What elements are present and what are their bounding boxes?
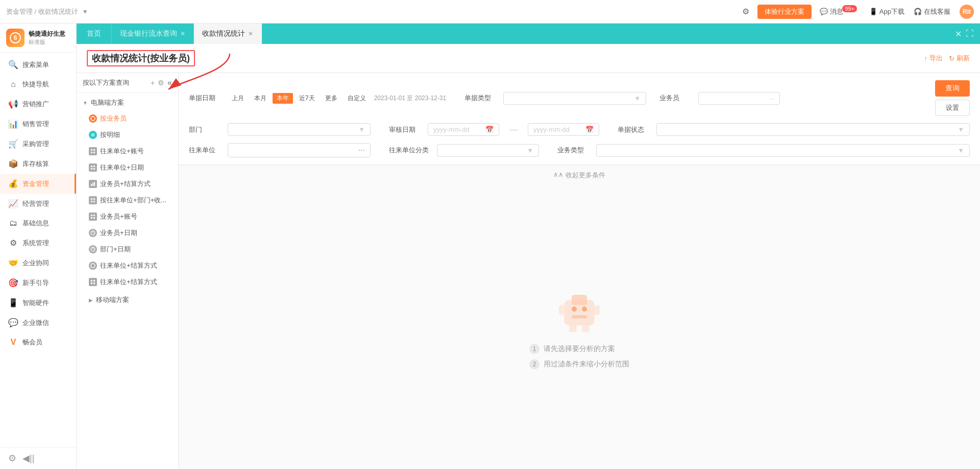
export-button[interactable]: ↑ 导出 (924, 54, 943, 63)
sidebar: 6 畅捷通好生意 标准版 🔍 搜索菜单 ⌂ 快捷导航 📢 (0, 24, 77, 469)
panel-item-by-salesman[interactable]: 按业务员 (77, 110, 178, 127)
salesman-select[interactable]: ··· (698, 92, 780, 105)
salesman-more-icon[interactable]: ··· (769, 95, 774, 102)
mobile-group-arrow: ▶ (89, 297, 93, 303)
tab-home[interactable]: 首页 (77, 24, 112, 44)
svg-rect-10 (91, 166, 92, 167)
date-tab-this-month[interactable]: 本月 (250, 93, 271, 104)
sidebar-item-operation[interactable]: 📈 经营管理 (0, 194, 76, 214)
tab-close-all-icon[interactable]: ✕ (955, 29, 962, 39)
panel-add-icon[interactable]: + (151, 79, 155, 87)
tab-bank-flow[interactable]: 现金银行流水查询 ✕ (112, 24, 194, 44)
svg-text:6: 6 (14, 34, 17, 41)
finance-icon: 💰 (8, 179, 18, 189)
counterpart-select[interactable]: ··· (228, 143, 371, 157)
logo-text: 畅捷通好生意 标准版 (29, 30, 65, 46)
tab-bank-flow-close[interactable]: ✕ (180, 30, 185, 37)
svg-rect-34 (91, 283, 92, 284)
collapse-button[interactable]: ∧∧ 收起更多条件 (179, 165, 980, 185)
message-btn[interactable]: 💬 消息 99+ (820, 7, 860, 16)
svg-rect-19 (91, 201, 92, 202)
doc-type-select[interactable]: ▼ (503, 92, 646, 105)
sidebar-item-sales[interactable]: 📊 销售管理 (0, 114, 76, 134)
sidebar-menu: 🔍 搜索菜单 ⌂ 快捷导航 📢 营销推广 📊 销售管理 🛒 采购管理 (0, 53, 76, 447)
sidebar-settings-icon[interactable]: ⚙ (8, 453, 16, 464)
salesman-date-icon (89, 229, 97, 237)
query-button[interactable]: 查询 (935, 80, 970, 97)
tab-collection-stats[interactable]: 收款情况统计 ✕ (194, 24, 262, 44)
review-date-end[interactable]: yyyy-mm-dd 📅 (528, 123, 599, 136)
desktop-group-header[interactable]: ▼ 电脑端方案 (77, 95, 178, 110)
biz-type-select[interactable]: ▼ (596, 144, 970, 157)
panel-item-dept-date[interactable]: 部门+日期 (77, 241, 178, 257)
counterpart-date-icon (89, 163, 97, 172)
panel-item-counterpart-account[interactable]: 往来单位+账号 (77, 143, 178, 159)
user-avatar[interactable]: Rit (960, 5, 974, 19)
sidebar-item-system[interactable]: ⚙ 系统管理 (0, 233, 76, 253)
sidebar-item-quick-nav[interactable]: ⌂ 快捷导航 (0, 75, 76, 94)
panel-item-counterpart-date[interactable]: 往来单位+日期 (77, 159, 178, 176)
sidebar-collapse-icon[interactable]: ◀|| (22, 453, 34, 464)
breadcrumb-chevron[interactable]: ▼ (82, 8, 88, 15)
breadcrumb: 资金管理 / 收款情况统计 (6, 7, 78, 16)
date-tab-more[interactable]: 更多 (321, 93, 341, 104)
svg-rect-37 (572, 295, 587, 305)
date-label: 单据日期 (189, 93, 219, 103)
sidebar-item-marketing[interactable]: 📢 营销推广 (0, 94, 76, 114)
panel-item-counterpart-dept-collection[interactable]: 按往来单位+部门+收... (77, 192, 178, 208)
app-download-btn[interactable]: 📱 App下载 (869, 7, 904, 16)
date-tab-last-month[interactable]: 上月 (228, 93, 248, 104)
panel-item-salesman-settlement[interactable]: 业务员+结算方式 (77, 176, 178, 192)
sidebar-item-purchase[interactable]: 🛒 采购管理 (0, 134, 76, 154)
dept-select[interactable]: ▼ (228, 123, 371, 136)
svg-rect-41 (559, 305, 564, 315)
panel-settings-icon[interactable]: ⚙ (158, 79, 164, 87)
message-icon: 💬 (820, 8, 828, 15)
date-tab-custom[interactable]: 自定义 (344, 93, 370, 104)
trial-button[interactable]: 体验行业方案 (757, 5, 812, 19)
panel-item-salesman-date[interactable]: 业务员+日期 (77, 225, 178, 241)
sidebar-item-search-menu[interactable]: 🔍 搜索菜单 (0, 55, 76, 75)
notification-area: 💬 消息 99+ 📱 App下载 🎧 在线客服 Rit (820, 5, 974, 19)
panel-collapse-icon[interactable]: « (167, 78, 172, 87)
date-tab-7days[interactable]: 近7天 (295, 93, 319, 104)
counterpart-more-icon[interactable]: ··· (358, 146, 365, 155)
sidebar-item-finance[interactable]: 💰 资金管理 (0, 174, 76, 194)
review-date-start[interactable]: yyyy-mm-dd 📅 (428, 123, 499, 136)
desktop-group: ▼ 电脑端方案 按业务员 (77, 93, 178, 292)
sidebar-item-smart-hw[interactable]: 📱 智能硬件 (0, 293, 76, 313)
date-tab-this-year[interactable]: 本年 (273, 93, 293, 104)
tab-maximize-icon[interactable]: ⛶ (966, 29, 974, 38)
svg-rect-16 (94, 182, 95, 186)
sidebar-item-basic-info[interactable]: 🗂 基础信息 (0, 214, 76, 233)
sidebar-item-member[interactable]: V 畅会员 (0, 333, 76, 352)
svg-rect-20 (93, 201, 95, 202)
panel-item-counterpart-settlement1[interactable]: 往来单位+结算方式 (77, 257, 178, 274)
sidebar-item-guide[interactable]: 🎯 新手引导 (0, 273, 76, 293)
panel-header-actions: + ⚙ « (151, 78, 172, 87)
svg-rect-6 (91, 149, 92, 151)
salesman-label: 业务员 (659, 93, 690, 103)
doc-status-select[interactable]: ▼ (656, 123, 970, 136)
panel-item-salesman-account[interactable]: 业务员+账号 (77, 208, 178, 225)
settings-button[interactable]: 设置 (935, 100, 970, 116)
sidebar-item-enterprise[interactable]: 🤝 企业协同 (0, 253, 76, 273)
purchase-icon: 🛒 (8, 139, 18, 149)
sidebar-item-enterprise-wechat[interactable]: 💬 企业微信 (0, 313, 76, 333)
dept-label: 部门 (189, 125, 219, 134)
doc-type-chevron: ▼ (634, 95, 641, 102)
mobile-group[interactable]: ▶ 移动端方案 (77, 292, 178, 308)
detail-icon (89, 131, 97, 139)
svg-rect-24 (93, 217, 95, 219)
panel-item-counterpart-settlement2[interactable]: 往来单位+结算方式 (77, 274, 178, 290)
gear-icon[interactable]: ⚙ (742, 7, 749, 16)
counterpart-category-select[interactable]: ▼ (437, 144, 539, 157)
panel-item-by-detail[interactable]: 按明细 (77, 127, 178, 143)
online-service-btn[interactable]: 🎧 在线客服 (914, 7, 950, 16)
svg-rect-33 (93, 280, 95, 282)
refresh-button[interactable]: ↻ 刷新 (949, 54, 970, 63)
tab-collection-stats-close[interactable]: ✕ (248, 30, 253, 37)
counterpart-category-label: 往来单位分类 (389, 146, 429, 155)
sidebar-item-inventory[interactable]: 📦 库存核算 (0, 154, 76, 174)
step-1-num: 1 (529, 344, 540, 354)
